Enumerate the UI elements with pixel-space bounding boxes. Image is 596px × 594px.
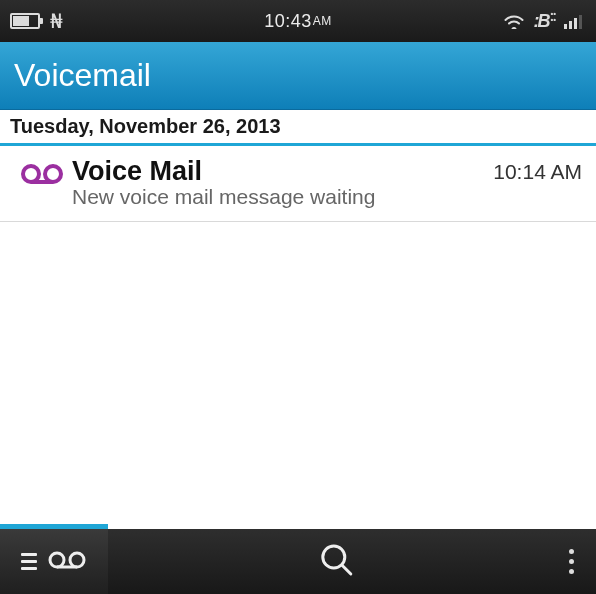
status-right: :B•••• [386, 11, 586, 32]
search-icon [318, 541, 356, 579]
page-title: Voicemail [14, 57, 151, 94]
bottom-bar [0, 529, 596, 594]
voicemail-icon [12, 156, 72, 186]
signal-bars-icon [564, 13, 586, 29]
voicemail-row[interactable]: Voice Mail New voice mail message waitin… [0, 146, 596, 222]
status-bar: ₦ 10:43AM :B•••• [0, 0, 596, 42]
overflow-button[interactable] [569, 549, 574, 574]
voicemail-tab-icon [47, 549, 87, 575]
svg-point-5 [45, 166, 61, 182]
svg-point-8 [70, 553, 84, 567]
search-button[interactable] [318, 541, 356, 583]
hamburger-icon [21, 553, 37, 570]
clock-ampm: AM [313, 14, 332, 28]
date-header-text: Tuesday, November 26, 2013 [10, 115, 281, 138]
svg-rect-0 [564, 24, 567, 29]
voicemail-list: Voice Mail New voice mail message waitin… [0, 146, 596, 222]
status-left: ₦ [10, 11, 210, 31]
voicemail-row-time: 10:14 AM [485, 156, 582, 184]
svg-line-11 [342, 565, 351, 574]
blackberry-logo-icon: :B•••• [533, 11, 556, 32]
svg-rect-1 [569, 21, 572, 29]
nfc-icon: ₦ [50, 11, 63, 31]
date-header: Tuesday, November 26, 2013 [0, 110, 596, 146]
overflow-dot-icon [569, 559, 574, 564]
voicemail-row-title: Voice Mail [72, 156, 485, 187]
clock: 10:43AM [210, 11, 386, 32]
svg-point-4 [23, 166, 39, 182]
wifi-icon [503, 13, 525, 29]
overflow-dot-icon [569, 569, 574, 574]
battery-icon [10, 13, 40, 29]
voicemail-row-body: Voice Mail New voice mail message waitin… [72, 156, 485, 209]
svg-rect-2 [574, 18, 577, 29]
title-bar: Voicemail [0, 42, 596, 110]
svg-rect-3 [579, 15, 582, 29]
svg-point-7 [50, 553, 64, 567]
tab-voicemail[interactable] [0, 529, 108, 594]
overflow-dot-icon [569, 549, 574, 554]
clock-time: 10:43 [264, 11, 312, 31]
voicemail-row-subtitle: New voice mail message waiting [72, 185, 485, 209]
